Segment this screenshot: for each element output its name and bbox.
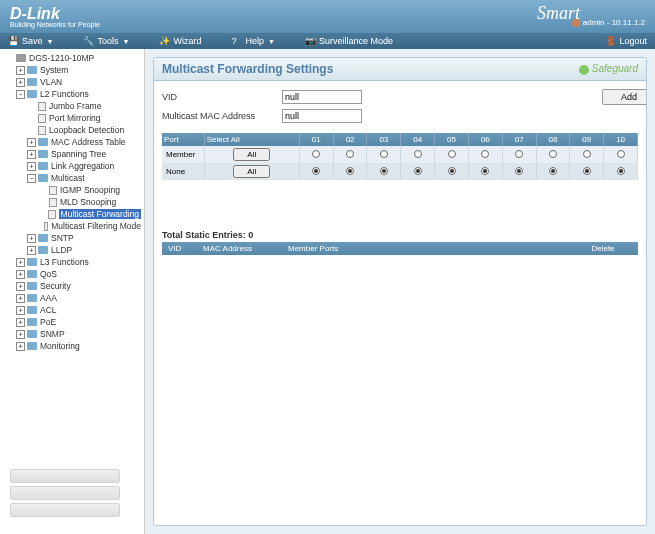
collapse-icon[interactable]: −	[16, 90, 25, 99]
expand-icon[interactable]: +	[16, 78, 25, 87]
member-radio-03[interactable]	[380, 150, 388, 158]
tree-qos[interactable]: +QoS	[3, 268, 141, 280]
expand-icon[interactable]: +	[16, 258, 25, 267]
tree-snmp[interactable]: +SNMP	[3, 328, 141, 340]
wizard-menu[interactable]: ✨Wizard	[159, 36, 201, 46]
none-radio-03[interactable]	[380, 167, 388, 175]
none-radio-08[interactable]	[549, 167, 557, 175]
expand-icon[interactable]: +	[16, 342, 25, 351]
member-radio-02[interactable]	[346, 150, 354, 158]
save-menu[interactable]: 💾Save▼	[8, 36, 53, 46]
none-radio-06[interactable]	[481, 167, 489, 175]
expand-icon[interactable]: +	[16, 66, 25, 75]
col-p04: 04	[401, 133, 435, 146]
tree-acl[interactable]: +ACL	[3, 304, 141, 316]
expand-icon[interactable]: +	[16, 294, 25, 303]
expand-icon[interactable]: +	[16, 306, 25, 315]
static-col-mac: MAC Address	[197, 242, 282, 255]
none-radio-04[interactable]	[414, 167, 422, 175]
collapse-icon[interactable]: −	[27, 174, 36, 183]
expand-icon[interactable]: +	[27, 150, 36, 159]
port-table: Port Select All 01 02 03 04 05 06 07 08 …	[162, 133, 638, 180]
tree-mld[interactable]: MLD Snooping	[3, 196, 141, 208]
expand-icon[interactable]: +	[27, 234, 36, 243]
static-entries-table: VID MAC Address Member Ports Delete	[162, 242, 638, 255]
vid-input[interactable]	[282, 90, 362, 104]
member-radio-05[interactable]	[448, 150, 456, 158]
panel-header: Multicast Forwarding Settings Safeguard	[154, 58, 646, 81]
mac-input[interactable]	[282, 109, 362, 123]
none-radio-01[interactable]	[312, 167, 320, 175]
tree-portmirror[interactable]: Port Mirroring	[3, 112, 141, 124]
col-p01: 01	[299, 133, 333, 146]
none-radio-02[interactable]	[346, 167, 354, 175]
tree-linkagg[interactable]: +Link Aggregation	[3, 160, 141, 172]
none-radio-05[interactable]	[448, 167, 456, 175]
tree-monitoring[interactable]: +Monitoring	[3, 340, 141, 352]
tree-poe[interactable]: +PoE	[3, 316, 141, 328]
expand-icon[interactable]: +	[16, 270, 25, 279]
expand-icon[interactable]: +	[16, 318, 25, 327]
none-radio-10[interactable]	[617, 167, 625, 175]
member-radio-10[interactable]	[617, 150, 625, 158]
expand-icon[interactable]: +	[16, 282, 25, 291]
tree-spanning[interactable]: +Spanning Tree	[3, 148, 141, 160]
tree-mcastfilter[interactable]: Multicast Filtering Mode	[3, 220, 141, 232]
folder-icon	[38, 234, 48, 242]
col-p05: 05	[435, 133, 469, 146]
col-p10: 10	[604, 133, 638, 146]
page-icon	[44, 222, 49, 231]
folder-icon	[38, 150, 48, 158]
brand-tagline: Building Networks for People	[10, 21, 100, 28]
page-icon	[38, 114, 46, 123]
tree-lldp[interactable]: +LLDP	[3, 244, 141, 256]
logout-menu[interactable]: 🚪Logout	[605, 36, 647, 46]
tree-aaa[interactable]: +AAA	[3, 292, 141, 304]
tree-igmp[interactable]: IGMP Snooping	[3, 184, 141, 196]
menubar: 💾Save▼ 🔧Tools▼ ✨Wizard ?Help▼ 📷Surveilla…	[0, 33, 655, 49]
tree-security[interactable]: +Security	[3, 280, 141, 292]
safeguard-badge: Safeguard	[579, 63, 638, 75]
member-radio-08[interactable]	[549, 150, 557, 158]
member-radio-01[interactable]	[312, 150, 320, 158]
help-icon: ?	[231, 36, 241, 46]
mac-label: Multicast MAC Address	[162, 111, 282, 121]
member-radio-04[interactable]	[414, 150, 422, 158]
folder-icon	[27, 270, 37, 278]
tree-mcastfwd[interactable]: Multicast Forwarding	[3, 208, 141, 220]
expand-icon[interactable]: +	[27, 246, 36, 255]
expand-icon[interactable]: +	[16, 330, 25, 339]
tree-mactable[interactable]: +MAC Address Table	[3, 136, 141, 148]
member-radio-09[interactable]	[583, 150, 591, 158]
add-button[interactable]: Add	[602, 89, 647, 105]
switch-image	[10, 469, 120, 524]
col-selectall: Select All	[204, 133, 299, 146]
tree-loopback[interactable]: Loopback Detection	[3, 124, 141, 136]
folder-icon	[27, 90, 37, 98]
chevron-down-icon: ▼	[122, 38, 129, 45]
tree-multicast[interactable]: −Multicast	[3, 172, 141, 184]
content-area: Multicast Forwarding Settings Safeguard …	[145, 49, 655, 534]
expand-icon[interactable]: +	[27, 162, 36, 171]
member-radio-07[interactable]	[515, 150, 523, 158]
expand-icon[interactable]: +	[27, 138, 36, 147]
tree-l2functions[interactable]: −L2 Functions	[3, 88, 141, 100]
member-radio-06[interactable]	[481, 150, 489, 158]
col-p09: 09	[570, 133, 604, 146]
surveillance-menu[interactable]: 📷Surveillance Mode	[305, 36, 393, 46]
tree-l3functions[interactable]: +L3 Functions	[3, 256, 141, 268]
vid-label: VID	[162, 92, 282, 102]
tree-system[interactable]: +System	[3, 64, 141, 76]
tree-vlan[interactable]: +VLAN	[3, 76, 141, 88]
tree-jumbo[interactable]: Jumbo Frame	[3, 100, 141, 112]
none-all-button[interactable]: All	[233, 165, 270, 178]
static-col-delete: Delete	[568, 242, 638, 255]
none-radio-07[interactable]	[515, 167, 523, 175]
member-all-button[interactable]: All	[233, 148, 270, 161]
admin-info: admin - 10.11.1.2	[572, 18, 645, 27]
none-radio-09[interactable]	[583, 167, 591, 175]
tree-sntp[interactable]: +SNTP	[3, 232, 141, 244]
help-menu[interactable]: ?Help▼	[231, 36, 274, 46]
tree-device[interactable]: DGS-1210-10MP	[3, 52, 141, 64]
tools-menu[interactable]: 🔧Tools▼	[83, 36, 129, 46]
